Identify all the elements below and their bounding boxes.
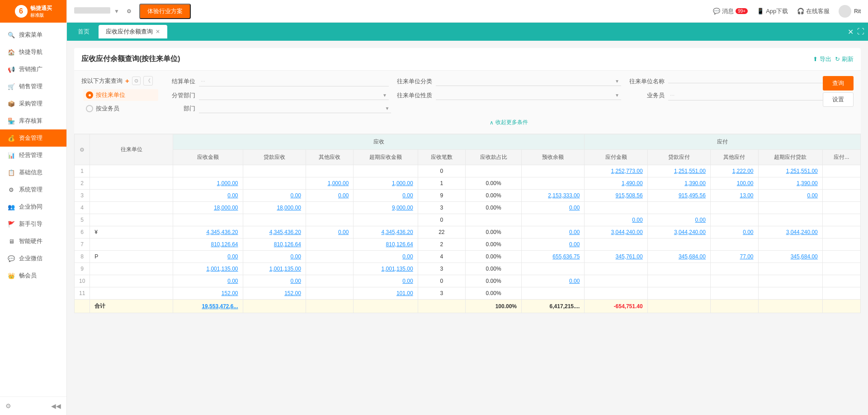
unit-col-header: 往来单位 [90,134,173,165]
sidebar-item-coop[interactable]: 👥 企业协同 [0,198,66,215]
promo-button[interactable]: 体验行业方案 [139,4,191,19]
sidebar-item-purchase[interactable]: 📦 采购管理 [0,95,66,112]
avatar [839,5,851,18]
sidebar-collapse-btn[interactable]: ◀◀ [51,402,61,410]
search-icon: 🔍 [7,31,15,39]
page-header-actions: ⬆ 导出 ↻ 刷新 [813,55,854,63]
settlement-label: 结算单位 [164,77,195,86]
unit-category-input[interactable]: ▼ [436,77,621,86]
table-row: 91,001,135.001,001,135.001,001,135.0030.… [75,263,861,275]
table-row: 11152.00152.00101.0030.00% [75,287,861,300]
gear-icon[interactable]: ⚙ [123,5,136,18]
filter-fields: 结算单位 ··· 往来单位分类 ▼ [164,76,854,128]
sidebar-item-marketing[interactable]: 📢 营销推广 [0,61,66,78]
ar-ratio-header: 应收款占比 [466,150,522,165]
sidebar-item-quicknav[interactable]: 🏠 快捷导航 [0,43,66,61]
refresh-label: 刷新 [842,55,854,63]
page-panel: 应收应付余额查询(按往来单位) ⬆ 导出 ↻ 刷新 按以下方案查询 [74,48,861,313]
sidebar-item-finance[interactable]: 💰 资金管理 [0,129,66,147]
scheme-collapse-icon[interactable]: 《 [143,76,153,86]
top-header: ▼ ⚙ 体验行业方案 💬 消息 99+ 📱 App下载 🎧 在线客服 Rit [67,0,868,23]
tab-home[interactable]: 首页 [71,25,97,38]
filter-dept-manager: 分管部门 ▼ [164,91,389,100]
wechat-icon: 💬 [7,254,15,262]
sidebar-settings-btn[interactable]: ⚙ [5,402,11,410]
sidebar-item-wechat[interactable]: 💬 企业微信 [0,250,66,267]
collapse-btn[interactable]: ∧ 收起更多条件 [490,119,528,126]
sidebar-item-member[interactable]: 👑 畅会员 [0,267,66,284]
filter-row-1: 结算单位 ··· 往来单位分类 ▼ [164,76,854,86]
query-button[interactable]: 查询 [823,76,854,91]
scheme-settings-icon[interactable]: ⊙ [132,76,141,85]
unit-nature-input[interactable]: ▼ [436,91,621,100]
sidebar-label-marketing: 营销推广 [19,65,42,73]
sidebar-label-member: 畅会员 [19,272,37,280]
dept-manager-input[interactable]: ▼ [199,91,389,100]
sidebar-label-sales: 销售管理 [19,82,42,91]
sidebar-label-purchase: 采购管理 [19,100,42,108]
export-icon: ⬆ [813,56,818,62]
footer-prepaid: 6,417,215.... [522,300,585,313]
user-area[interactable]: Rit [839,5,861,18]
message-btn[interactable]: 💬 消息 99+ [713,7,748,15]
table-settings-icon[interactable]: ⚙ [80,147,85,153]
tab-ar-ap[interactable]: 应收应付余额查询 ✕ [99,25,167,38]
service-label: 在线客服 [806,7,830,15]
sidebar-item-hardware[interactable]: 🖥 智能硬件 [0,233,66,250]
sidebar-item-inventory[interactable]: 🏪 库存核算 [0,112,66,129]
scheme-by-staff[interactable]: 按业务员 [83,103,158,114]
footer-ar-amount: 19,553,472,6... [173,300,243,313]
hardware-icon: 🖥 [7,237,15,245]
dept-label: 部门 [164,105,195,113]
filter-settlement: 结算单位 ··· [164,76,389,86]
col-group-row: ⚙ 往来单位 应收 应付 [75,134,861,150]
settings-button[interactable]: 设置 [823,92,854,107]
breadcrumb [74,7,110,15]
ar-amount-header: 应收金额 [173,150,243,165]
app-name: 畅捷通买 [30,5,52,12]
sidebar-item-business[interactable]: 📊 经营管理 [0,147,66,164]
add-scheme-btn[interactable]: + [125,77,129,85]
tab-close-icon[interactable]: ✕ [156,29,160,35]
unit-nature-label: 往来单位性质 [396,91,432,100]
sidebar-item-base[interactable]: 📋 基础信息 [0,164,66,181]
marketing-icon: 📢 [7,65,15,73]
refresh-btn[interactable]: ↻ 刷新 [835,55,854,63]
sidebar-item-guide[interactable]: 🚩 新手引导 [0,215,66,233]
tab-expand-btn[interactable]: ⛶ [857,28,864,36]
app-download-btn[interactable]: 📱 App下载 [757,7,788,15]
export-btn[interactable]: ⬆ 导出 [813,55,831,63]
coop-icon: 👥 [7,203,15,211]
dept-input[interactable]: ▼ [199,104,391,113]
home-icon: 🏠 [7,48,15,56]
scheme-radio-unit [86,91,93,99]
sidebar-label-quicknav: 快捷导航 [19,48,42,56]
filter-action-buttons: 查询 设置 [823,76,854,107]
sidebar-label-coop: 企业协同 [19,203,42,211]
footer-ar-ratio: 100.00% [466,300,522,313]
dropdown-arrow[interactable]: ▼ [114,8,119,14]
sidebar-item-system[interactable]: ⚙ 系统管理 [0,181,66,198]
table-container: ⚙ 往来单位 应收 应付 应收金额 贷款应收 其他应收 超期应收金额 应收笔数 … [74,134,861,313]
scheme-by-unit[interactable]: 按往来单位 [83,89,158,101]
table-row: 6¥4,345,436.204,345,436.200.004,345,436.… [75,226,861,239]
sidebar-nav: 🔍 搜索菜单 🏠 快捷导航 📢 营销推广 🛒 销售管理 📦 采购管理 🏪 库存核… [0,23,66,396]
service-btn[interactable]: 🎧 在线客服 [797,7,830,15]
ar-count-header: 应收笔数 [418,150,466,165]
header-right: 💬 消息 99+ 📱 App下载 🎧 在线客服 Rit [713,5,861,18]
settlement-input[interactable]: ··· [199,76,389,86]
sidebar-item-sales[interactable]: 🛒 销售管理 [0,78,66,95]
sidebar-label-guide: 新手引导 [19,220,42,228]
finance-icon: 💰 [7,134,15,142]
sidebar-item-search[interactable]: 🔍 搜索菜单 [0,26,66,43]
header-left: ▼ ⚙ 体验行业方案 [74,4,191,19]
tab-close-window-btn[interactable]: ✕ [848,28,854,36]
sidebar-label-business: 经营管理 [19,151,42,159]
table-row: 418,000.0018,000.009,000.0030.00%0.00 [75,202,861,214]
other-ap-header: 其他应付 [710,150,758,165]
scheme-radio-staff [86,105,93,112]
inventory-icon: 🏪 [7,117,15,125]
unit-category-label: 往来单位分类 [396,77,432,86]
main-content: 应收应付余额查询(按往来单位) ⬆ 导出 ↻ 刷新 按以下方案查询 [67,41,868,415]
sidebar-label-wechat: 企业微信 [19,254,42,262]
